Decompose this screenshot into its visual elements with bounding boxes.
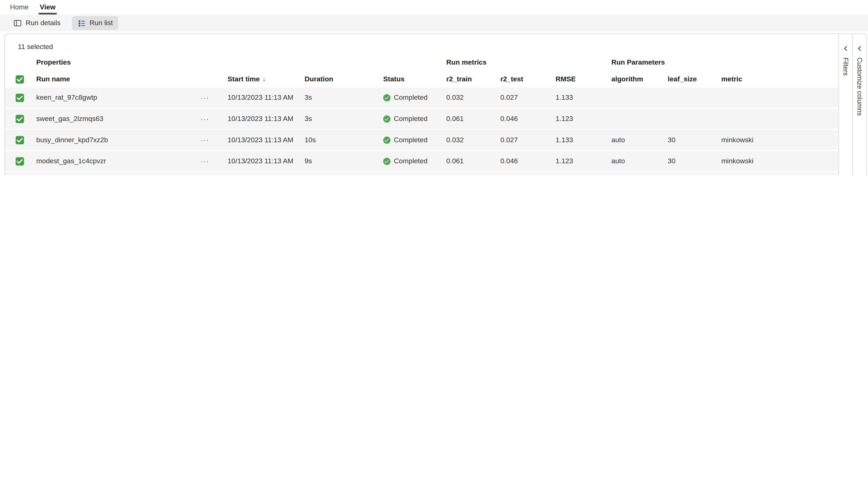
- selection-summary: 11 selected: [18, 43, 53, 51]
- r2-test-cell: 0.027: [500, 136, 556, 144]
- run-list-label: Run list: [90, 19, 113, 27]
- row-checkbox[interactable]: [16, 136, 24, 144]
- chevron-left-icon: [857, 44, 862, 54]
- row-more-button[interactable]: ···: [200, 115, 228, 123]
- row-checkbox[interactable]: [16, 115, 24, 123]
- status-label: Completed: [394, 136, 428, 144]
- table-row[interactable]: sweet_gas_2lzmqs63 ··· 10/13/2023 11:13 …: [5, 109, 839, 130]
- group-run-parameters: Run Parameters: [611, 59, 665, 66]
- run-list-card: 11 selected Properties Run metrics Run P…: [5, 34, 839, 175]
- run-name-cell[interactable]: keen_rat_97c8gwtp: [36, 94, 200, 101]
- completed-icon: [383, 115, 391, 122]
- row-checkbox[interactable]: [16, 93, 24, 102]
- col-leaf-size[interactable]: leaf_size: [668, 75, 721, 83]
- rmse-cell: 1.133: [556, 136, 612, 144]
- group-run-metrics: Run metrics: [446, 59, 487, 66]
- table-body: keen_rat_97c8gwtp ··· 10/13/2023 11:13 A…: [5, 88, 839, 175]
- tab-home[interactable]: Home: [4, 0, 34, 14]
- status-cell: Completed: [383, 115, 446, 123]
- col-rmse[interactable]: RMSE: [556, 75, 612, 83]
- duration-cell: 10s: [305, 136, 383, 144]
- table-row[interactable]: cyan_yuca_4zkmqvm7 ··· 10/13/2023 11:13 …: [5, 172, 839, 175]
- filters-panel[interactable]: Filters: [838, 34, 852, 175]
- column-group-header-row: Properties Run metrics Run Parameters: [5, 59, 839, 68]
- col-r2-train[interactable]: r2_train: [446, 75, 500, 83]
- status-cell: Completed: [383, 136, 446, 144]
- completed-icon: [383, 158, 391, 165]
- run-details-icon: [13, 19, 22, 27]
- r2-train-cell: 0.061: [446, 157, 500, 165]
- col-algorithm[interactable]: algorithm: [611, 75, 668, 83]
- col-start-time[interactable]: Start time↓: [228, 75, 305, 83]
- sort-desc-icon: ↓: [262, 76, 266, 82]
- run-name-cell[interactable]: sweet_gas_2lzmqs63: [36, 115, 200, 123]
- status-cell: Completed: [383, 94, 446, 101]
- leaf-size-cell: 30: [668, 136, 721, 144]
- start-time-cell: 10/13/2023 11:13 AM: [228, 157, 305, 165]
- run-name-cell[interactable]: modest_gas_1c4cpvzr: [36, 157, 200, 165]
- run-list-icon: [77, 19, 86, 27]
- start-time-label: Start time: [228, 75, 260, 83]
- duration-cell: 3s: [305, 94, 383, 101]
- customize-columns-label: Customize columns: [856, 58, 864, 116]
- table-header-row: Run name Start time↓ Duration Status r2_…: [5, 71, 839, 88]
- duration-cell: 3s: [305, 115, 383, 123]
- table-row[interactable]: busy_dinner_kpd7xz2b ··· 10/13/2023 11:1…: [5, 130, 839, 151]
- app-window: Home View Run details Run list 11 select…: [0, 0, 868, 175]
- row-more-button[interactable]: ···: [200, 136, 228, 144]
- row-more-button[interactable]: ···: [200, 157, 228, 165]
- start-time-cell: 10/13/2023 11:13 AM: [228, 94, 305, 101]
- col-metric[interactable]: metric: [721, 75, 839, 83]
- duration-cell: 9s: [305, 157, 383, 165]
- filters-label: Filters: [842, 58, 849, 76]
- view-toolbar: Run details Run list: [0, 14, 868, 31]
- r2-train-cell: 0.032: [446, 94, 500, 101]
- status-label: Completed: [394, 94, 428, 101]
- r2-test-cell: 0.046: [500, 157, 556, 165]
- completed-icon: [383, 94, 391, 101]
- chevron-left-icon: [843, 44, 848, 54]
- completed-icon: [383, 136, 391, 143]
- rmse-cell: 1.123: [556, 157, 612, 165]
- r2-test-cell: 0.027: [500, 94, 556, 101]
- algorithm-cell: auto: [611, 157, 668, 165]
- run-details-label: Run details: [26, 19, 61, 27]
- table-row[interactable]: modest_gas_1c4cpvzr ··· 10/13/2023 11:13…: [5, 151, 839, 172]
- status-cell: Completed: [383, 157, 446, 165]
- tab-view[interactable]: View: [34, 0, 61, 14]
- run-details-button[interactable]: Run details: [8, 16, 66, 30]
- row-more-button[interactable]: ···: [200, 93, 228, 102]
- rmse-cell: 1.123: [556, 115, 612, 123]
- col-duration[interactable]: Duration: [305, 75, 383, 83]
- r2-train-cell: 0.061: [446, 115, 500, 123]
- customize-columns-panel[interactable]: Customize columns: [852, 34, 866, 175]
- col-run-name[interactable]: Run name: [36, 75, 200, 83]
- table-row[interactable]: keen_rat_97c8gwtp ··· 10/13/2023 11:13 A…: [5, 88, 839, 109]
- metric-cell: minkowski: [721, 157, 839, 165]
- col-r2-test[interactable]: r2_test: [500, 75, 556, 83]
- rmse-cell: 1.133: [556, 94, 612, 101]
- status-label: Completed: [394, 115, 428, 123]
- run-name-cell[interactable]: busy_dinner_kpd7xz2b: [36, 136, 200, 144]
- status-label: Completed: [394, 157, 428, 165]
- start-time-cell: 10/13/2023 11:13 AM: [228, 136, 305, 144]
- runs-table: Run name Start time↓ Duration Status r2_…: [5, 71, 839, 175]
- group-properties: Properties: [36, 59, 71, 66]
- select-all-checkbox[interactable]: [16, 75, 24, 83]
- r2-train-cell: 0.032: [446, 136, 500, 144]
- run-list-panel: 11 selected Properties Run metrics Run P…: [4, 34, 867, 175]
- run-list-button[interactable]: Run list: [72, 16, 118, 30]
- leaf-size-cell: 30: [668, 157, 721, 165]
- metric-cell: minkowski: [721, 136, 839, 144]
- top-tab-bar: Home View: [0, 0, 868, 14]
- col-status[interactable]: Status: [383, 75, 446, 83]
- algorithm-cell: auto: [611, 136, 668, 144]
- r2-test-cell: 0.046: [500, 115, 556, 123]
- start-time-cell: 10/13/2023 11:13 AM: [228, 115, 305, 123]
- row-checkbox[interactable]: [16, 157, 24, 165]
